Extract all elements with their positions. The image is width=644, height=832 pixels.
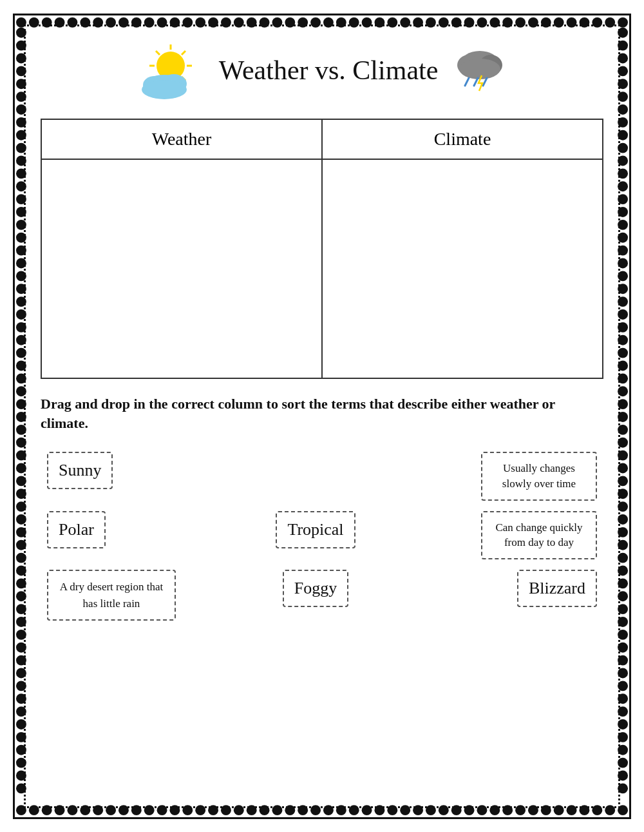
- svg-point-101: [16, 92, 26, 102]
- svg-point-178: [618, 309, 628, 320]
- svg-point-9: [131, 17, 142, 27]
- svg-point-146: [16, 668, 26, 678]
- svg-point-53: [80, 805, 90, 815]
- svg-point-113: [16, 245, 26, 255]
- svg-point-94: [605, 805, 615, 815]
- drag-card-polar[interactable]: Polar: [47, 511, 106, 548]
- svg-point-213: [618, 757, 628, 768]
- svg-point-132: [16, 489, 26, 499]
- card-usually-changes-wrapper: Usually changes slowly over time: [455, 452, 597, 501]
- svg-point-181: [618, 347, 628, 358]
- svg-point-134: [16, 514, 26, 525]
- svg-point-112: [16, 232, 26, 242]
- drag-card-dry-desert[interactable]: A dry desert region that has little rain: [47, 570, 176, 621]
- svg-point-179: [618, 322, 628, 332]
- svg-point-192: [618, 489, 628, 499]
- svg-point-210: [618, 719, 628, 730]
- svg-point-135: [16, 527, 26, 537]
- svg-point-173: [618, 245, 628, 255]
- svg-point-114: [16, 258, 26, 268]
- drag-card-foggy[interactable]: Foggy: [283, 570, 348, 607]
- svg-point-60: [169, 805, 180, 815]
- svg-point-140: [16, 591, 26, 601]
- climate-column-header: Climate: [322, 119, 603, 159]
- svg-point-142: [16, 617, 26, 627]
- svg-point-147: [16, 681, 26, 691]
- svg-point-156: [618, 27, 628, 37]
- svg-point-184: [618, 386, 628, 396]
- svg-point-1: [29, 17, 39, 27]
- svg-point-225: [159, 54, 182, 77]
- drag-card-usually-changes[interactable]: Usually changes slowly over time: [481, 452, 597, 501]
- svg-point-15: [208, 17, 218, 27]
- svg-point-129: [16, 450, 26, 460]
- svg-point-68: [272, 805, 282, 815]
- svg-point-137: [16, 552, 26, 563]
- svg-line-221: [156, 51, 160, 55]
- drag-card-tropical[interactable]: Tropical: [276, 511, 355, 548]
- svg-point-78: [400, 805, 410, 815]
- svg-point-203: [618, 629, 628, 639]
- svg-point-143: [16, 629, 26, 639]
- svg-point-29: [387, 17, 397, 27]
- svg-point-16: [221, 17, 231, 27]
- svg-point-75: [362, 805, 372, 815]
- svg-point-148: [16, 693, 26, 704]
- svg-point-28: [374, 17, 384, 27]
- svg-point-90: [554, 805, 564, 815]
- svg-point-103: [16, 117, 26, 127]
- card-blizzard-wrapper: Blizzard: [455, 570, 597, 607]
- svg-point-171: [618, 219, 628, 229]
- card-dry-desert-wrapper: A dry desert region that has little rain: [47, 570, 176, 621]
- svg-point-188: [618, 437, 628, 447]
- svg-point-144: [16, 642, 26, 652]
- svg-point-141: [16, 604, 26, 614]
- svg-point-41: [541, 17, 551, 27]
- svg-point-62: [195, 805, 205, 815]
- svg-point-27: [362, 17, 372, 27]
- svg-point-206: [618, 668, 628, 678]
- svg-point-67: [260, 805, 270, 815]
- svg-point-43: [567, 17, 577, 27]
- svg-point-35: [464, 17, 475, 27]
- svg-point-73: [336, 805, 346, 815]
- svg-point-117: [16, 296, 26, 307]
- svg-point-133: [16, 501, 26, 512]
- svg-point-116: [16, 284, 26, 294]
- svg-point-26: [349, 17, 359, 27]
- card-polar-wrapper: Polar: [47, 511, 176, 548]
- svg-point-42: [554, 17, 564, 27]
- svg-point-108: [16, 181, 26, 191]
- weather-icon-left: [135, 41, 206, 99]
- svg-point-98: [16, 53, 26, 63]
- svg-point-185: [618, 399, 628, 409]
- drag-card-sunny[interactable]: Sunny: [47, 452, 113, 489]
- svg-point-72: [323, 805, 334, 815]
- drag-card-blizzard[interactable]: Blizzard: [517, 570, 597, 607]
- svg-point-201: [618, 604, 628, 614]
- drag-card-can-change[interactable]: Can change quickly from day to day: [481, 511, 597, 560]
- svg-point-122: [16, 360, 26, 371]
- svg-point-187: [618, 424, 628, 434]
- svg-point-74: [349, 805, 359, 815]
- svg-point-202: [618, 617, 628, 627]
- svg-point-118: [16, 309, 26, 320]
- svg-point-76: [374, 805, 384, 815]
- svg-point-115: [16, 271, 26, 281]
- page-container: Weather vs. Climate Weather Climate: [13, 14, 631, 819]
- svg-point-182: [618, 360, 628, 371]
- svg-point-198: [618, 565, 628, 576]
- svg-line-234: [465, 78, 469, 86]
- svg-point-163: [618, 117, 628, 127]
- svg-point-63: [208, 805, 218, 815]
- svg-point-22: [298, 17, 308, 27]
- svg-point-175: [618, 271, 628, 281]
- svg-point-86: [502, 805, 513, 815]
- climate-drop-zone[interactable]: [322, 159, 603, 378]
- svg-point-167: [618, 168, 628, 179]
- svg-point-50: [42, 805, 52, 815]
- weather-drop-zone[interactable]: [41, 159, 322, 378]
- svg-point-200: [618, 591, 628, 601]
- svg-point-87: [515, 805, 526, 815]
- svg-line-223: [182, 51, 185, 55]
